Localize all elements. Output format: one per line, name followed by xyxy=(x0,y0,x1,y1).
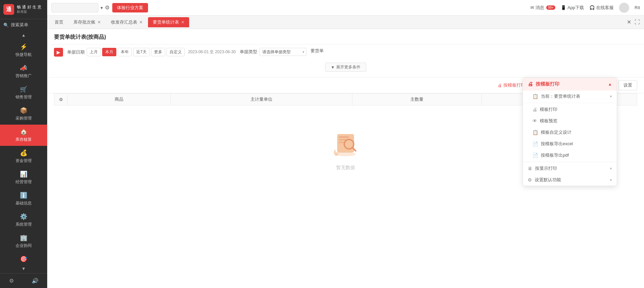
sidebar-item-label: 营销推广 xyxy=(16,73,32,79)
filter-type-group: 单据类型 请选择单据类型 xyxy=(240,48,306,56)
logo-title: 畅 通 好 生 意 xyxy=(17,5,41,9)
sidebar-item-enterprise[interactable]: 🏢 企业协同 xyxy=(0,231,47,252)
topbar-dropdown-btn[interactable]: ▾ xyxy=(100,5,103,10)
tab-inventory-batch-close[interactable]: ✕ xyxy=(97,20,101,24)
filter-date-label: 单据日期 xyxy=(67,49,85,55)
current-item-icon: 📋 xyxy=(532,94,538,99)
filter-btn-last-month[interactable]: 上月 xyxy=(87,48,101,56)
sidebar-item-label: 销售管理 xyxy=(16,94,32,100)
sidebar-scroll-down[interactable]: ▼ xyxy=(0,264,47,273)
sidebar-settings-btn[interactable]: ⚙ xyxy=(6,276,17,285)
col-quantity: 主数量 xyxy=(352,94,481,105)
sidebar-item-purchase[interactable]: 📦 采购管理 xyxy=(0,103,47,125)
tab-home[interactable]: 首页 xyxy=(50,17,68,27)
group-left: 🖥 按显示打印 xyxy=(528,165,557,171)
item-left: 🖨 模板打印 xyxy=(532,106,557,113)
page-title: 要货单统计表(按商品) xyxy=(54,34,106,40)
sidebar-item-inventory[interactable]: 🏠 库存核算 xyxy=(0,125,47,146)
filter-btn-custom[interactable]: 自定义 xyxy=(167,48,185,56)
sidebar-item-operations[interactable]: 📊 经营管理 xyxy=(0,167,47,188)
dropdown-arrow-icon: ▲ xyxy=(608,82,612,87)
filter-btn-current-month[interactable]: 本月 xyxy=(102,48,116,56)
topbar-avatar[interactable] xyxy=(619,3,629,13)
print-label: 按模板打印 xyxy=(503,82,525,88)
tab-close-window[interactable]: ✕ xyxy=(625,18,633,27)
expand-more-btn[interactable]: ▼ 展开更多条件 xyxy=(325,63,366,72)
export-excel-label: 按模板导出excel xyxy=(541,141,573,147)
app-download-label: App下载 xyxy=(567,5,584,11)
display-print-label: 按显示打印 xyxy=(535,165,557,171)
topbar-messages[interactable]: ✉ 消息 99+ xyxy=(530,5,555,11)
dropdown-item-export-pdf[interactable]: 📄 按模板导出pdf xyxy=(523,150,617,161)
sidebar-item-finance[interactable]: 💰 资金管理 xyxy=(0,146,47,167)
item-left: 📄 按模板导出pdf xyxy=(532,152,569,158)
tab-receipt-summary-close[interactable]: ✕ xyxy=(139,20,143,24)
col-settings[interactable]: ⚙ xyxy=(54,94,68,105)
expand-label: 展开更多条件 xyxy=(336,64,360,70)
sidebar-item-quick-nav[interactable]: ⚡ 快捷导航 xyxy=(0,40,47,61)
topbar-gear-btn[interactable]: ⚙ xyxy=(105,4,110,11)
sidebar-item-sales[interactable]: 🛒 销售管理 xyxy=(0,82,47,103)
settings-btn[interactable]: 设置 xyxy=(618,80,637,90)
item-left: 📋 模板自定义设计 xyxy=(532,129,572,135)
topbar-actions: ✉ 消息 99+ 📱 App下载 🎧 在线客服 Rit xyxy=(530,3,640,13)
dropdown-current-label: 当前：要货单统计表 xyxy=(541,93,580,99)
template-print-icon: 🖨 xyxy=(532,107,537,112)
sidebar-item-basic[interactable]: ℹ️ 基础信息 xyxy=(0,188,47,210)
expand-icon: ▼ xyxy=(331,65,335,70)
online-service-label: 在线客服 xyxy=(596,5,614,11)
search-label: 搜索菜单 xyxy=(11,22,28,28)
sidebar-item-marketing[interactable]: 📣 营销推广 xyxy=(0,61,47,82)
topbar-app-download[interactable]: 📱 App下载 xyxy=(561,5,584,11)
sidebar-item-label: 资金管理 xyxy=(16,158,32,164)
dropdown-group-display-print[interactable]: 🖥 按显示打印 ▾ xyxy=(523,163,617,174)
filter-btn-current-year[interactable]: 本年 xyxy=(118,48,132,56)
svg-rect-2 xyxy=(339,136,349,138)
dropdown-item-export-excel[interactable]: 📄 按模板导出excel xyxy=(523,138,617,150)
sidebar-item-system[interactable]: ⚙️ 系统管理 xyxy=(0,210,47,231)
topbar-username[interactable]: Rit xyxy=(635,5,640,10)
template-preview-icon: 👁 xyxy=(532,118,537,124)
topbar: ▾ ⚙ 体验行业方案 ✉ 消息 99+ 📱 App下载 🎧 在线客服 Rit xyxy=(47,0,644,15)
dropdown-item-template-design[interactable]: 📋 模板自定义设计 xyxy=(523,127,617,138)
messages-label: 消息 xyxy=(535,5,544,11)
dropdown-menu: 🖨 按模板打印 ▲ 📋 当前：要货单统计表 ▾ 🖨 模板打印 xyxy=(523,77,617,186)
dropdown-divider-1 xyxy=(523,103,617,103)
tab-maximize-window[interactable]: ⛶ xyxy=(633,18,641,27)
filter-date-range: 2023-06-01 至 2023-06-30 xyxy=(188,49,236,55)
enterprise-icon: 🏢 xyxy=(20,234,27,242)
sidebar-item-guide[interactable]: 🎯 新手引导 xyxy=(0,252,47,264)
set-default-label: 设置默认功能 xyxy=(535,177,561,183)
dropdown-item-template-preview[interactable]: 👁 模板预览 xyxy=(523,115,617,127)
content-area: 要货单统计表(按商品) ▶ 单据日期 上月 本月 本年 近7天 更多 自定义 2… xyxy=(47,29,644,288)
empty-illustration xyxy=(329,126,362,159)
set-default-arrow: ▾ xyxy=(610,178,612,182)
messages-badge: 99+ xyxy=(546,5,555,10)
tab-inventory-batch[interactable]: 库存批次账 ✕ xyxy=(69,17,106,27)
tab-order-stats-label: 要货单统计表 xyxy=(153,19,179,25)
tab-order-stats-close[interactable]: ✕ xyxy=(181,20,184,24)
logo-text-block: 畅 通 好 生 意 标准版 xyxy=(17,5,41,14)
quick-nav-icon: ⚡ xyxy=(20,43,27,51)
filter-type-select[interactable]: 请选择单据类型 xyxy=(259,48,306,56)
filter-btn-more[interactable]: 更多 xyxy=(151,48,165,56)
table-settings-icon[interactable]: ⚙ xyxy=(59,97,63,102)
sidebar-search[interactable]: 🔍 搜索菜单 xyxy=(0,19,47,31)
topbar-online-service[interactable]: 🎧 在线客服 xyxy=(589,5,614,11)
dropdown-group-set-default[interactable]: ⚙ 设置默认功能 ▾ xyxy=(523,174,617,186)
tab-receipt-summary[interactable]: 收发存汇总表 ✕ xyxy=(106,17,147,27)
sidebar-speaker-btn[interactable]: 🔊 xyxy=(29,276,41,285)
finance-icon: 💰 xyxy=(20,149,27,157)
dropdown-item-template-print[interactable]: 🖨 模板打印 xyxy=(523,104,617,115)
filter-btn-last-7-days[interactable]: 近7天 xyxy=(133,48,150,56)
tab-order-stats[interactable]: 要货单统计表 ✕ xyxy=(148,17,189,27)
sidebar-scroll-up[interactable]: ▲ xyxy=(0,31,47,40)
dropdown-current-item[interactable]: 📋 当前：要货单统计表 ▾ xyxy=(523,91,617,102)
dropdown-header[interactable]: 🖨 按模板打印 ▲ xyxy=(523,78,617,91)
filter-expand-btn[interactable]: ▶ xyxy=(54,48,63,57)
topbar-search-input[interactable] xyxy=(51,3,98,12)
filter-bar: ▶ 单据日期 上月 本月 本年 近7天 更多 自定义 2023-06-01 至 … xyxy=(47,44,644,77)
sidebar-logo: 通 畅 通 好 生 意 标准版 xyxy=(0,0,47,19)
topbar-trial-btn[interactable]: 体验行业方案 xyxy=(112,3,148,12)
sidebar-item-label: 经营管理 xyxy=(16,179,32,185)
